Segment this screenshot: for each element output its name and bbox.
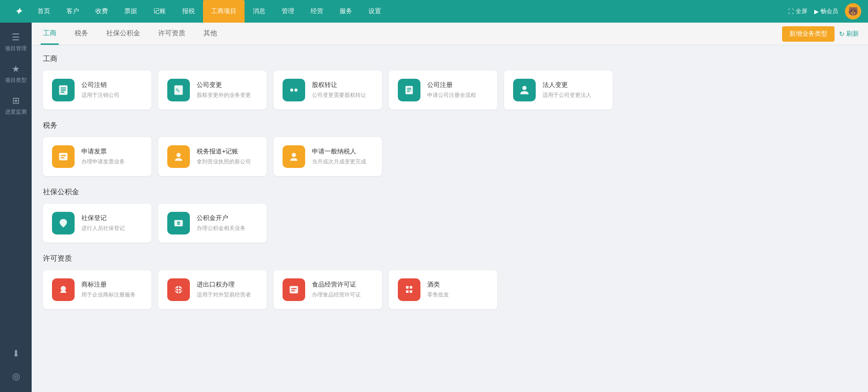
company-register-icon — [398, 79, 420, 101]
sidebar-item-project-type[interactable]: ★ 项目类型 — [0, 59, 32, 88]
card-social-insurance[interactable]: 社保登记 进行人员社保登记 — [43, 204, 151, 243]
svg-point-17 — [292, 153, 296, 157]
nav-client[interactable]: 客户 — [58, 0, 87, 23]
top-navigation: ✦ 首页 客户 收费 票据 记账 报税 工商项目 消息 管理 经营 服务 设置 … — [0, 0, 868, 23]
equity-transfer-title: 股权转让 — [312, 81, 373, 89]
sidebar-label-project-management: 项目管理 — [5, 45, 27, 53]
svg-rect-15 — [61, 157, 64, 158]
company-cancel-info: 公司注销 适用于注销公司 — [81, 81, 142, 99]
card-legal-person-change[interactable]: 法人变更 适用于公司变更法人 — [504, 71, 613, 110]
fullscreen-button[interactable]: ⛶ 全屏 — [788, 7, 807, 15]
svg-rect-11 — [407, 91, 410, 92]
svg-rect-26 — [291, 290, 295, 291]
svg-point-7 — [294, 89, 297, 92]
svg-rect-25 — [291, 288, 297, 289]
svg-rect-20 — [176, 223, 181, 224]
add-type-button[interactable]: 新增业务类型 — [782, 26, 835, 42]
app-logo: ✦ — [7, 6, 29, 17]
card-tax-report[interactable]: 税务报道+记账 拿到营业执照的新公司 — [158, 137, 267, 176]
avatar[interactable]: 🐻 — [845, 3, 861, 19]
social-insurance-icon — [52, 212, 75, 234]
apply-invoice-info: 申请发票 办理申请发票业务 — [81, 148, 142, 166]
tax-report-title: 税务报道+记账 — [197, 148, 258, 156]
alcohol-title: 酒类 — [427, 281, 488, 289]
svg-rect-28 — [410, 286, 412, 289]
nav-services[interactable]: 服务 — [331, 0, 360, 23]
section-title-xuke: 许可资质 — [43, 254, 857, 263]
general-taxpayer-desc: 当月或次月成变更完成 — [312, 158, 373, 166]
card-company-cancel[interactable]: 公司注销 适用于注销公司 — [43, 71, 151, 110]
svg-rect-24 — [290, 286, 298, 293]
cards-grid-xuke: 商标注册 用于企业商标注册服务 进出口权办理 适用于对外贸易经营者 — [43, 270, 857, 309]
star-icon: ★ — [12, 63, 20, 74]
provident-fund-icon — [167, 212, 190, 234]
card-company-register[interactable]: 公司注册 申请公司注册全流程 — [389, 71, 497, 110]
nav-operations[interactable]: 经营 — [302, 0, 331, 23]
apply-invoice-desc: 办理申请发票业务 — [81, 158, 142, 166]
cards-grid-gongshang: 公司注销 适用于注销公司 ✎ 公司变更 股权变更外的业务变更 — [43, 71, 857, 110]
card-general-taxpayer[interactable]: 申请一般纳税人 当月或次月成变更完成 — [274, 137, 382, 176]
trademark-icon — [52, 278, 75, 301]
tab-other[interactable]: 其他 — [201, 23, 219, 45]
svg-rect-29 — [406, 290, 409, 293]
card-company-change[interactable]: ✎ 公司变更 股权变更外的业务变更 — [158, 71, 267, 110]
card-provident-fund[interactable]: 公积金开户 办理公积金相关业务 — [158, 204, 267, 243]
svg-rect-3 — [61, 92, 64, 93]
food-license-title: 食品经营许可证 — [312, 281, 373, 289]
tab-xuke[interactable]: 许可资质 — [156, 23, 188, 45]
legal-person-desc: 适用于公司变更法人 — [542, 91, 604, 99]
card-equity-transfer[interactable]: 股权转让 公司变更需要股权转让 — [274, 71, 382, 110]
main-layout: ☰ 项目管理 ★ 项目类型 ⊞ 进度监测 ⬇ ◎ 工商 税务 社保公积金 — [0, 23, 868, 392]
cards-grid-shebao: 社保登记 进行人员社保登记 公积金开户 办理公积金相关业务 — [43, 204, 857, 243]
card-alcohol[interactable]: 酒类 零售批发 — [389, 270, 497, 309]
svg-rect-9 — [407, 88, 411, 89]
sidebar-item-project-management[interactable]: ☰ 项目管理 — [0, 27, 32, 57]
trademark-title: 商标注册 — [81, 281, 142, 289]
sidebar-label-progress-monitor: 进度监测 — [5, 108, 27, 116]
alcohol-desc: 零售批发 — [427, 291, 488, 299]
sidebar-location-button[interactable]: ◎ — [0, 367, 32, 385]
card-apply-invoice[interactable]: 申请发票 办理申请发票业务 — [43, 137, 151, 176]
svg-point-16 — [176, 153, 180, 157]
provident-fund-info: 公积金开户 办理公积金相关业务 — [197, 214, 258, 232]
nav-business-project[interactable]: 工商项目 — [203, 0, 245, 23]
card-import-export[interactable]: 进出口权办理 适用于对外贸易经营者 — [158, 270, 267, 309]
food-license-icon — [283, 278, 305, 301]
tax-report-desc: 拿到营业执照的新公司 — [197, 158, 258, 166]
nav-accounting[interactable]: 记账 — [145, 0, 174, 23]
svg-rect-30 — [410, 290, 412, 293]
tab-shuiwu[interactable]: 税务 — [72, 23, 90, 45]
section-title-gongshang: 工商 — [43, 54, 857, 64]
general-taxpayer-title: 申请一般纳税人 — [312, 148, 373, 156]
vip-button[interactable]: ▶ 畅会员 — [814, 7, 838, 15]
nav-management[interactable]: 管理 — [274, 0, 302, 23]
nav-tax-report[interactable]: 报税 — [174, 0, 203, 23]
company-change-info: 公司变更 股权变更外的业务变更 — [197, 81, 258, 99]
company-register-title: 公司注册 — [427, 81, 488, 89]
tab-shebao[interactable]: 社保公积金 — [104, 23, 142, 45]
tab-gongshang[interactable]: 工商 — [41, 23, 59, 45]
sidebar-label-project-type: 项目类型 — [5, 76, 27, 84]
nav-fees[interactable]: 收费 — [87, 0, 116, 23]
company-change-desc: 股权变更外的业务变更 — [197, 91, 258, 99]
sidebar-download-button[interactable]: ⬇ — [0, 344, 32, 363]
svg-point-12 — [522, 86, 526, 90]
sidebar-item-progress-monitor[interactable]: ⊞ 进度监测 — [0, 91, 32, 120]
nav-messages[interactable]: 消息 — [245, 0, 274, 23]
refresh-button[interactable]: ↻ 刷新 — [839, 30, 859, 38]
alcohol-icon — [398, 278, 420, 301]
card-trademark[interactable]: 商标注册 用于企业商标注册服务 — [43, 270, 151, 309]
company-cancel-title: 公司注销 — [81, 81, 142, 89]
nav-menu: 首页 客户 收费 票据 记账 报税 工商项目 消息 管理 经营 服务 设置 — [29, 0, 788, 23]
nav-home[interactable]: 首页 — [29, 0, 58, 23]
refresh-icon: ↻ — [839, 30, 844, 38]
svg-rect-10 — [407, 90, 411, 91]
equity-transfer-desc: 公司变更需要股权转让 — [312, 91, 373, 99]
card-food-license[interactable]: 食品经营许可证 办理食品经营许可证 — [274, 270, 382, 309]
nav-right-area: ⛶ 全屏 ▶ 畅会员 🐻 — [788, 3, 868, 19]
svg-rect-13 — [59, 153, 68, 160]
nav-bills[interactable]: 票据 — [116, 0, 145, 23]
nav-settings[interactable]: 设置 — [360, 0, 389, 23]
svg-point-21 — [61, 286, 66, 292]
alcohol-info: 酒类 零售批发 — [427, 281, 488, 299]
